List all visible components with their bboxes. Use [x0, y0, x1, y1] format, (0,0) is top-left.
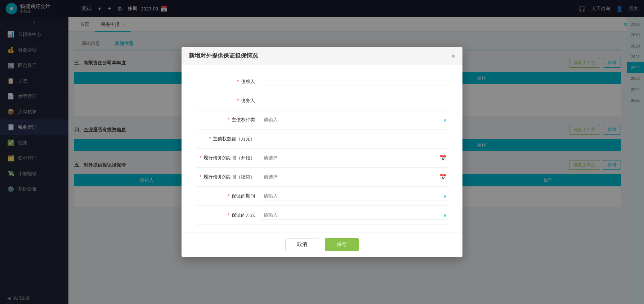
input-debtor[interactable]	[261, 96, 448, 105]
select-guarantee-period[interactable]	[261, 192, 443, 200]
form-row-creditor: * 债权人	[196, 72, 448, 91]
cancel-button[interactable]: 取消	[285, 238, 319, 251]
select-wrapper-guarantee-period: ∨	[261, 192, 448, 200]
label-claim-amount: * 主债权数额（万元）	[196, 136, 261, 142]
guarantee-method-dropdown-icon[interactable]: ∨	[443, 212, 448, 218]
period-end-calendar-icon[interactable]: 📅	[439, 173, 448, 180]
select-wrapper-guarantee-method: ∨	[261, 211, 448, 219]
label-claim-type: * 主债权种类	[196, 117, 261, 123]
form-row-claim-amount: * 主债权数额（万元）	[196, 130, 448, 149]
form-row-period-start: * 履行债务的期限（开始） 📅	[196, 149, 448, 168]
date-wrapper-period-end: 📅	[261, 173, 448, 181]
label-period-start: * 履行债务的期限（开始）	[196, 155, 261, 161]
input-creditor[interactable]	[261, 77, 448, 86]
dialog-overlay[interactable]: 新增对外提供保证担保情况 × * 债权人 * 债务人	[0, 0, 644, 304]
select-claim-type[interactable]	[261, 115, 443, 124]
label-guarantee-method: * 保证的方式	[196, 212, 261, 218]
label-guarantee-period: * 保证的期间	[196, 193, 261, 199]
save-button[interactable]: 保存	[325, 238, 359, 251]
input-period-end[interactable]	[261, 173, 439, 181]
dialog-header: 新增对外提供保证担保情况 ×	[182, 47, 462, 65]
form-row-claim-type: * 主债权种类 ∨	[196, 110, 448, 130]
period-start-calendar-icon[interactable]: 📅	[439, 154, 448, 161]
add-guarantee-dialog: 新增对外提供保证担保情况 × * 债权人 * 债务人	[182, 47, 462, 257]
form-row-period-end: * 履行债务的期限（结束） 📅	[196, 168, 448, 187]
label-debtor: * 债务人	[196, 97, 261, 104]
select-guarantee-method[interactable]	[261, 211, 443, 219]
dialog-title: 新增对外提供保证担保情况	[189, 52, 258, 60]
date-wrapper-period-start: 📅	[261, 154, 448, 162]
label-creditor: * 债权人	[196, 78, 261, 85]
label-period-end: * 履行债务的期限（结束）	[196, 174, 261, 180]
select-wrapper-claim-type: ∨	[261, 115, 448, 124]
input-period-start[interactable]	[261, 154, 439, 162]
form-row-guarantee-period: * 保证的期间 ∨	[196, 187, 448, 206]
guarantee-period-dropdown-icon[interactable]: ∨	[443, 193, 448, 199]
form-row-guarantee-method: * 保证的方式 ∨	[196, 206, 448, 225]
input-claim-amount[interactable]	[261, 135, 448, 143]
dialog-close-button[interactable]: ×	[451, 53, 455, 59]
claim-type-dropdown-icon[interactable]: ∨	[443, 117, 448, 123]
dialog-body: * 债权人 * 债务人 * 主债权种类	[182, 65, 462, 232]
form-row-debtor: * 债务人	[196, 91, 448, 110]
dialog-footer: 取消 保存	[182, 232, 462, 257]
